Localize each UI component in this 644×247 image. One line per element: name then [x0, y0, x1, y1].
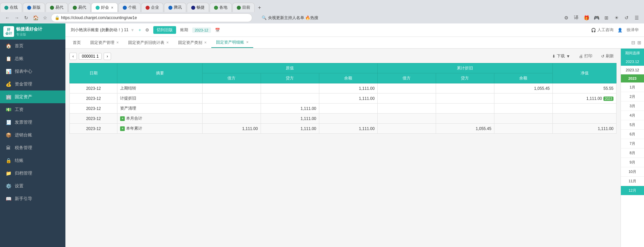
sidebar-item-archive[interactable]: 📁归档管理	[0, 167, 65, 180]
menu-icon[interactable]: ☰	[633, 14, 640, 21]
close-page-tab-icon[interactable]: ×	[246, 40, 249, 45]
minimize-icon[interactable]: ⊟	[631, 40, 635, 45]
sidebar-item-label: 固定资产	[15, 94, 32, 100]
period-month-item[interactable]: 10月	[621, 167, 644, 177]
date-header: 日期	[70, 63, 117, 83]
back-button[interactable]: ←	[4, 14, 11, 21]
cell-dep-debit	[377, 104, 436, 114]
browser-tab-t8[interactable]: 腾讯	[164, 3, 186, 12]
action-buttons: ⬇ 下载 ▼ 🖨 打印 ↺ 刷新	[549, 52, 616, 60]
print-button[interactable]: 🖨 打印	[576, 52, 595, 60]
page-tab-depreciation_stat[interactable]: 固定资产折旧统计表×	[123, 38, 173, 48]
browser-tab-t11[interactable]: 目前	[232, 3, 255, 12]
translate-icon[interactable]: 译	[573, 14, 580, 21]
cell-orig-debit	[202, 94, 261, 104]
page-tab-asset_detail[interactable]: 固定资产明细账×	[211, 38, 253, 48]
browser-tab-t2[interactable]: 新版	[23, 3, 45, 12]
calendar-icon[interactable]: 📅	[215, 28, 220, 33]
page-tab-asset_category[interactable]: 固定资产类别×	[173, 38, 211, 48]
ledger-content: ‹ 000001 1 › ⬇ 下载 ▼ 🖨	[65, 49, 621, 247]
history-icon[interactable]: ↺	[623, 14, 630, 21]
bookmark-button[interactable]: ☆	[42, 14, 48, 21]
close-page-tab-icon[interactable]: ×	[116, 40, 119, 45]
sidebar-item-general_ledger[interactable]: 📋总账	[0, 52, 65, 65]
forward-button[interactable]: →	[13, 14, 20, 21]
browser-tab-t10[interactable]: 各地	[210, 3, 232, 12]
refresh-button[interactable]: ↻	[23, 14, 30, 21]
period-month-item[interactable]: 11月	[621, 177, 644, 186]
close-page-tab-icon[interactable]: ×	[166, 40, 169, 45]
download-button[interactable]: ⬇ 下载 ▼	[549, 52, 573, 60]
period-month-item[interactable]: 7月	[621, 139, 644, 148]
period-month-item[interactable]: 2月	[621, 92, 644, 102]
payroll-icon: 💵	[5, 107, 11, 113]
period-month-item[interactable]: 9月	[621, 158, 644, 167]
period-month-item[interactable]: 6月	[621, 130, 644, 139]
sidebar-item-invoice[interactable]: 🧾发票管理	[0, 116, 65, 129]
address-bar: ← → ↻ 🏠 ☆ 🔒 https://cloud.chanjet.com/ac…	[0, 12, 644, 23]
period-month-item[interactable]: 4月	[621, 111, 644, 120]
sidebar-item-settings[interactable]: ⚙️设置	[0, 180, 65, 192]
period-month-item[interactable]: 3月	[621, 102, 644, 111]
new-tab-button[interactable]: +	[255, 3, 264, 12]
download-dropdown-icon: ▼	[566, 54, 570, 59]
refresh-ledger-button[interactable]: ↺ 刷新	[598, 52, 616, 60]
cell-orig-credit	[261, 83, 319, 94]
sidebar-item-closing[interactable]: 🔒结账	[0, 154, 65, 167]
cell-dep-credit: 1,055.45	[436, 124, 494, 134]
help-button[interactable]: 🎧 人工咨询	[591, 27, 613, 33]
sidebar-item-home[interactable]: 🏠首页	[0, 40, 65, 52]
sidebar-item-tax[interactable]: 🏛税务管理	[0, 141, 65, 154]
page-tab-fixed_asset_mgmt[interactable]: 固定资产管理×	[86, 38, 123, 48]
browser-tab-t3[interactable]: 易代	[46, 3, 68, 12]
browser-toolbar-right: ⚙ 译 🎁 🎮 ⊞ ☀ ↺ ☰	[563, 14, 640, 21]
sidebar: 好会计 畅捷通好会计 专业版 🏠首页📋总账📊报表中心💰资金管理🏢固定资产💵工资🧾…	[0, 23, 65, 247]
new-account-button[interactable]: +	[139, 27, 141, 33]
prev-page-button[interactable]: ‹	[69, 53, 77, 60]
browser-tab-t7[interactable]: 企业	[141, 3, 163, 12]
game-icon[interactable]: 🎮	[593, 14, 600, 21]
wallet-icon[interactable]: 🎁	[583, 14, 590, 21]
sidebar-title-block: 畅捷通好会计 专业版	[16, 26, 42, 37]
period-month-item[interactable]: 5月	[621, 120, 644, 130]
original-balance-header: 余额	[319, 73, 377, 83]
grid-icon[interactable]: ⊞	[603, 14, 610, 21]
search-bar[interactable]: 🔍 央视更新主持人名单 🔥热搜	[262, 15, 318, 21]
period-month-item[interactable]: 1月	[621, 83, 644, 92]
period-year-item[interactable]: 2023.12	[621, 66, 644, 74]
home-button[interactable]: 🏠	[32, 14, 39, 21]
period-year-label[interactable]: 2023	[621, 74, 644, 83]
sidebar-item-purchase_sale[interactable]: 📦进销台账	[0, 129, 65, 141]
next-page-button[interactable]: ›	[104, 53, 111, 60]
user-name-button[interactable]: 徐泽华	[627, 27, 639, 33]
sidebar-item-guide[interactable]: 📖新手引导	[0, 192, 65, 205]
browser-tab-t9[interactable]: 畅捷	[187, 3, 209, 12]
period-year-item[interactable]: 2023.12	[621, 58, 644, 66]
sidebar-item-payroll[interactable]: 💵工资	[0, 103, 65, 116]
settings-icon[interactable]: ⚙	[145, 27, 149, 33]
sidebar-item-label: 进销台账	[15, 132, 32, 138]
cell-dep-debit	[377, 114, 436, 124]
page-tab-home[interactable]: 首页	[68, 38, 86, 48]
sidebar-item-reports[interactable]: 📊报表中心	[0, 65, 65, 78]
cell-orig-debit	[202, 83, 261, 94]
sidebar-item-fixed_assets[interactable]: 🏢固定资产	[0, 90, 65, 103]
browser-tab-t1[interactable]: 在线	[0, 3, 22, 12]
browser-tab-t5[interactable]: 好会×	[91, 3, 118, 12]
headset-icon: 🎧	[591, 28, 596, 33]
period-month-item[interactable]: 8月	[621, 148, 644, 158]
switch-version-button[interactable]: 切到旧版	[153, 26, 176, 34]
sidebar-item-funds[interactable]: 💰资金管理	[0, 78, 65, 90]
period-month-item[interactable]: 12月	[621, 186, 644, 195]
close-page-tab-icon[interactable]: ×	[204, 40, 207, 45]
close-tab-icon[interactable]: ×	[111, 5, 113, 10]
closing-icon: 🔒	[5, 158, 11, 164]
table-row: 2023-12 资产清理 1,111.00	[70, 104, 616, 114]
brightness-icon[interactable]: ☀	[613, 14, 620, 21]
extensions-icon[interactable]: ⚙	[563, 14, 570, 21]
url-bar[interactable]: 🔒 https://cloud.chanjet.com/accounting/u…	[51, 13, 252, 22]
browser-tab-t6[interactable]: 个税	[118, 3, 141, 12]
browser-tab-t4[interactable]: 易代	[68, 3, 91, 12]
maximize-icon[interactable]: ⊞	[637, 40, 641, 45]
table-row: 2023-12 +本月合计 1,111.00	[70, 114, 616, 124]
